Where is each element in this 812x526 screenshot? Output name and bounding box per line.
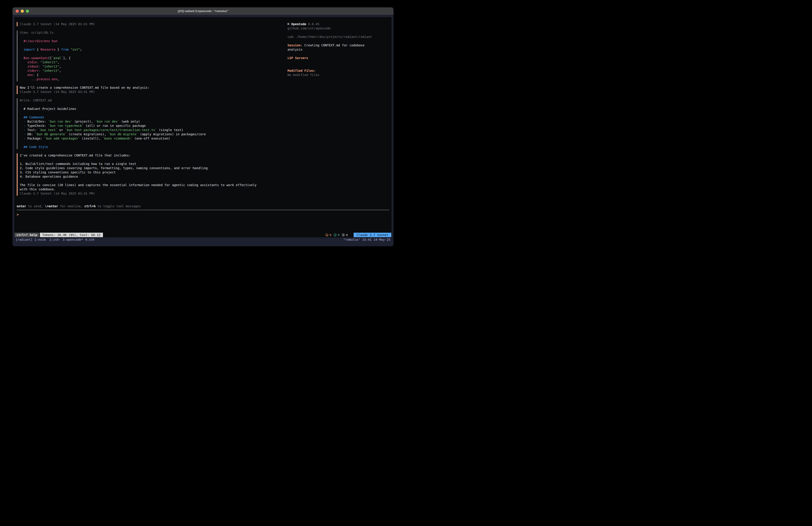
text-segment [39, 60, 40, 64]
transcript-line: 3. CSS styling conventions specific to t… [20, 170, 286, 174]
tmux-session-clock: "romulus" 15:41 14-May-25 [343, 238, 390, 242]
message-input[interactable]: > [17, 213, 389, 230]
tokens-cost-chip: Tokens: 16.4K (8%), Cost: $0.12 [40, 233, 103, 237]
text-segment: stderr [27, 69, 39, 72]
text-segment: Claude 3.7 Sonnet (14 May 2025 03:41 PM) [20, 22, 95, 26]
text-segment: "inherit" [41, 60, 58, 64]
text-segment: Write: CONTEXT.md [20, 99, 52, 102]
text-segment: ctrl+h [84, 204, 96, 208]
transcript-line: - Build/Dev: `bun run dev` (project), `b… [20, 119, 286, 124]
text-segment: : [39, 69, 40, 72]
transcript-line: I've created a comprehensive CONTEXT.md … [20, 153, 286, 158]
help-shortcut-chip[interactable]: ctrl+? help [14, 233, 39, 237]
text-segment: Bun.spawnSync [24, 56, 48, 60]
text-segment: 1. Build/lint/test commands including ho… [20, 162, 136, 166]
text-segment [20, 69, 27, 72]
close-window-button[interactable] [16, 10, 19, 13]
text-segment: - [20, 120, 25, 123]
text-segment: , [58, 60, 59, 64]
transcript-line: Now I'll create a comprehensive CONTEXT.… [20, 86, 286, 90]
transcript-line: Claude 3.7 Sonnet (14 May 2025 03:41 PM) [20, 22, 286, 26]
text-segment: Test: [25, 128, 39, 132]
text-segment: (web only) [119, 120, 140, 123]
text-segment: with this codebase. [20, 187, 56, 191]
text-segment [20, 60, 27, 64]
info-panel-line: © OpenCode 0.0.45 [288, 22, 377, 26]
transcript-line [20, 111, 286, 115]
text-segment: } [56, 48, 61, 51]
info-panel-line [288, 30, 377, 35]
text-segment: or [58, 128, 65, 132]
diagnostic-w-count: w0 [325, 233, 331, 237]
assistant-message: Now I'll create a comprehensive CONTEXT.… [17, 86, 286, 94]
text-segment [69, 48, 70, 51]
text-segment: TypeCheck: [25, 124, 48, 127]
text-segment: - [20, 124, 25, 127]
prompt-chevron: > [17, 213, 19, 217]
transcript-line: - DB: `bun db generate` (create migratio… [20, 132, 286, 137]
text-segment: to send, [26, 204, 45, 208]
info-panel-line [288, 60, 377, 65]
transcript-line: ...process.env, [20, 77, 286, 81]
traffic-lights [16, 8, 29, 15]
text-segment: Modified Files: [288, 69, 316, 72]
text-segment: , [59, 65, 61, 68]
text-segment: LSP Servers [288, 56, 308, 60]
transcript-line: View: script/db.ts [20, 30, 286, 35]
transcript-line: Claude 3.7 Sonnet (14 May 2025 03:41 PM) [20, 191, 286, 196]
assistant-message-header: Claude 3.7 Sonnet (14 May 2025 03:41 PM) [17, 22, 286, 26]
info-panel-line: Modified Files: [288, 69, 377, 73]
window-titlebar[interactable]: [2/3] radiant:3:opencode - "romulus" [13, 8, 393, 15]
terminal-window: [2/3] radiant:3:opencode - "romulus" Cla… [13, 8, 393, 246]
info-panel-line: No modified files [288, 73, 377, 77]
minimize-window-button[interactable] [21, 10, 24, 13]
assistant-message: I've created a comprehensive CONTEXT.md … [17, 153, 286, 196]
diagnostics-counters: w0i0h0 [325, 233, 348, 237]
text-segment: `bun run dev` [48, 120, 72, 123]
text-segment: github.com/sst/opencode [288, 27, 331, 30]
text-segment: "inherit" [42, 65, 59, 68]
text-segment: : [39, 65, 40, 68]
transcript-line [20, 35, 286, 39]
tmux-window-list[interactable]: [radiant] 1:nvim 2:zsh- 3:opencode* 4:zs… [16, 238, 95, 242]
text-segment: enter [17, 204, 26, 208]
info-panel-line [288, 65, 377, 69]
diagnostic-count: 0 [330, 233, 331, 237]
text-segment: 3. CSS styling conventions specific to t… [20, 171, 116, 174]
window-title: [2/3] radiant:3:opencode - "romulus" [178, 9, 228, 13]
text-segment [20, 56, 24, 60]
text-segment: (project), [72, 120, 95, 123]
fullscreen-window-button[interactable] [26, 10, 29, 13]
transcript-line [20, 52, 286, 56]
text-segment: View: script/db.ts [20, 31, 54, 34]
text-segment: { [35, 48, 40, 51]
text-segment: © OpenCode [288, 22, 306, 26]
info-panel-line [288, 52, 377, 56]
info-panel-line: Session: Creating CONTEXT.md for codebas… [288, 43, 377, 52]
text-segment: - [20, 137, 25, 140]
text-segment: ...process.env [31, 77, 58, 81]
text-segment: "sst" [71, 48, 80, 51]
text-segment: for newline, [58, 204, 84, 208]
tool-call-view: View: script/db.ts #!/usr/bin/env bun im… [17, 30, 286, 81]
transcript-line: import { Resource } from "sst"; [20, 47, 286, 52]
keyboard-hints: enter to send, \+enter for newline, ctrl… [17, 204, 141, 209]
text-segment: Claude 3.7 Sonnet (14 May 2025 03:41 PM) [20, 192, 95, 195]
text-segment: I've created a comprehensive CONTEXT.md … [20, 154, 131, 157]
terminal-content: Claude 3.7 Sonnet (14 May 2025 03:41 PM)… [13, 15, 393, 246]
text-segment: 0.0.45 [306, 22, 319, 26]
text-segment: `bun test` [39, 128, 57, 132]
transcript-line [20, 141, 286, 145]
text-segment [20, 65, 27, 68]
transcript-line [20, 43, 286, 47]
model-badge[interactable]: Claude 3.7 Sonnet [354, 233, 391, 237]
transcript-line: 2. Code style guidelines covering import… [20, 166, 286, 170]
text-segment: 4. Database operations guidance [20, 175, 78, 178]
i-circle-icon: i [334, 233, 337, 237]
transcript-line: Write: CONTEXT.md [20, 98, 286, 102]
transcript-line: # Radiant Project Guidelines [20, 107, 286, 111]
text-segment: Session [288, 43, 301, 47]
text-segment [41, 69, 42, 72]
text-segment: - [20, 132, 25, 136]
info-panel-line: cwd: /home/thdxr/dev/projects/radiant/ra… [288, 35, 377, 39]
